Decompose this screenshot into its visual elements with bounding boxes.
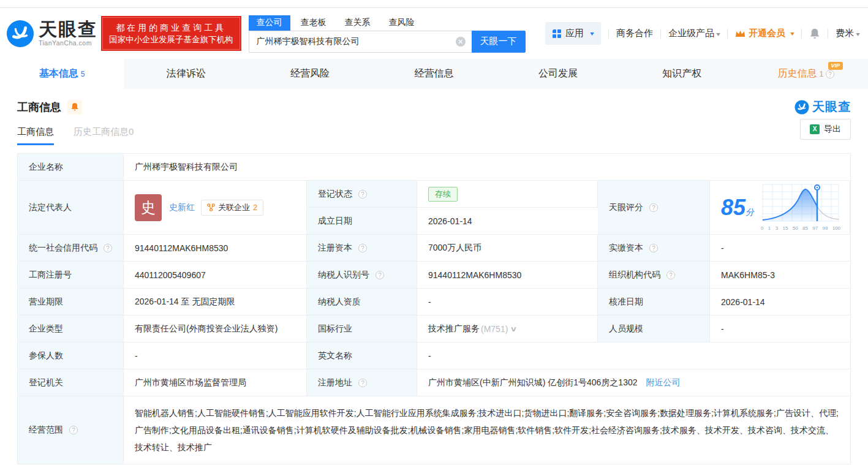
- section-title: 工商信息: [17, 100, 61, 115]
- insured-value: -: [124, 342, 307, 369]
- paid-capital-label: 实缴资本?: [598, 235, 710, 262]
- insured-label: 参保人数: [18, 342, 124, 369]
- chevron-down-icon: ▾: [716, 31, 720, 37]
- tab-history-info[interactable]: VIP 历史信息1 ?: [744, 59, 868, 89]
- business-scope-value: 智能机器人销售;人工智能硬件销售;人工智能应用软件开发;人工智能行业应用系统集成…: [124, 396, 850, 464]
- table-row: 法定代表人 史 史新红 关联企业 2 登记状态? 存续 天眼评分?: [18, 181, 850, 235]
- related-companies-badge[interactable]: 关联企业 2: [201, 200, 263, 216]
- network-icon: [207, 203, 215, 211]
- status-label: 登记状态?: [307, 181, 417, 208]
- help-icon[interactable]: ?: [376, 271, 384, 279]
- table-row: 参保人数 - 英文名称 -: [18, 342, 850, 369]
- subtab-business-registration[interactable]: 工商信息: [17, 126, 54, 145]
- table-row: 登记机关 广州市黄埔区市场监督管理局 注册地址? 广州市黄埔区(中新广州知识城)…: [18, 369, 850, 396]
- divider: [801, 29, 802, 39]
- watermark-logo: 天眼查: [794, 99, 851, 115]
- table-row: 工商注册号 440112005409607 纳税人识别号? 91440112MA…: [18, 262, 850, 289]
- help-icon[interactable]: ?: [649, 244, 658, 252]
- english-name-label: 英文名称: [307, 342, 417, 369]
- org-code-value: MAK6HM85-3: [710, 262, 850, 289]
- business-scope-label: 经营范围?: [18, 396, 124, 464]
- chevron-down-icon: ▾: [790, 30, 794, 37]
- approve-date-value: 2026-01-14: [710, 289, 850, 316]
- watermark-logo-icon: [794, 100, 809, 115]
- legal-rep-cell: 史 史新红 关联企业 2: [124, 181, 307, 235]
- credit-code-label: 统一社会信用代码?: [18, 235, 124, 262]
- tab-legal-litigation[interactable]: 法律诉讼: [124, 59, 247, 89]
- nav-cooperation[interactable]: 商务合作: [616, 28, 653, 39]
- help-icon[interactable]: ?: [358, 244, 367, 252]
- promo-banner: 都在用的商业查询工具 国家中小企业发展子基金旗下机构: [102, 17, 240, 50]
- reg-address-value: 广州市黄埔区(中新广州知识城) 亿创街1号406房之1302 附近公司: [417, 369, 850, 396]
- staff-size-label: 人员规模: [598, 316, 710, 342]
- tax-id-label: 纳税人识别号?: [307, 262, 417, 289]
- company-type-value: 有限责任公司(外商投资企业法人独资): [124, 316, 307, 342]
- search-tab-boss[interactable]: 查老板: [293, 15, 334, 31]
- subscribe-bell-icon[interactable]: [67, 100, 82, 115]
- nav-enterprise-products[interactable]: 企业级产品▾: [668, 28, 720, 39]
- established-value: 2026-01-14: [417, 208, 598, 235]
- reg-no-value: 440112005409607: [124, 262, 307, 289]
- tianyancha-logo[interactable]: 天眼查 TianYanCha.com: [6, 20, 97, 48]
- reg-capital-label: 注册资本?: [307, 235, 417, 262]
- reg-authority-value: 广州市黄埔区市场监督管理局: [124, 369, 307, 396]
- search-tab-company[interactable]: 查公司: [249, 15, 290, 31]
- industry-value[interactable]: 技术推广服务 (M751) ∨: [417, 316, 598, 342]
- industry-label: 国标行业: [307, 316, 417, 342]
- help-icon[interactable]: ?: [649, 203, 658, 212]
- help-icon[interactable]: ?: [69, 426, 78, 434]
- table-row: 企业类型 有限责任公司(外商投资企业法人独资) 国标行业 技术推广服务 (M75…: [18, 316, 850, 342]
- score-unit: 分: [745, 207, 754, 217]
- help-icon[interactable]: ?: [104, 244, 112, 252]
- established-label: 成立日期: [307, 208, 417, 235]
- status-value: 存续: [417, 181, 598, 208]
- approve-date-label: 核准日期: [598, 289, 710, 316]
- logo-domain-text: TianYanCha.com: [39, 39, 97, 47]
- clear-search-icon[interactable]: ✕: [456, 37, 466, 47]
- subtab-history-registration[interactable]: 历史工商信息0: [74, 126, 134, 145]
- export-button[interactable]: X 导出: [800, 119, 851, 140]
- help-icon[interactable]: ?: [666, 271, 675, 279]
- tab-business-info[interactable]: 经营信息: [372, 59, 496, 89]
- company-name-label: 企业名称: [18, 154, 124, 181]
- table-row: 经营范围? 智能机器人销售;人工智能硬件销售;人工智能应用软件开发;人工智能行业…: [18, 396, 850, 464]
- tab-intellectual-property[interactable]: 知识产权: [620, 59, 744, 89]
- main-tabbar: 基本信息5 法律诉讼 经营风险 经营信息 公司发展 知识产权 VIP 历史信息1…: [0, 59, 868, 89]
- nav-user-menu[interactable]: 费米▾: [836, 28, 859, 39]
- table-row: 企业名称 广州稀宇极智科技有限公司: [18, 154, 850, 181]
- help-icon[interactable]: ?: [358, 190, 367, 198]
- notification-bell-icon[interactable]: [809, 28, 820, 40]
- tax-quality-label: 纳税人资质: [307, 289, 417, 316]
- reg-authority-label: 登记机关: [18, 369, 124, 396]
- term-label: 营业期限: [18, 289, 124, 316]
- promo-line2: 国家中小企业发展子基金旗下机构: [109, 34, 233, 46]
- search-input[interactable]: [249, 31, 472, 53]
- tab-company-development[interactable]: 公司发展: [496, 59, 620, 89]
- status-badge: 存续: [428, 187, 458, 202]
- english-name-value: -: [417, 342, 850, 369]
- logo-brand-text: 天眼查: [39, 20, 97, 39]
- tab-basic-info[interactable]: 基本信息5: [0, 59, 124, 89]
- tianyancha-logo-icon: [6, 20, 34, 48]
- score-value: 85: [721, 195, 745, 220]
- score-distribution-chart: 0131550859799100: [760, 184, 841, 231]
- chevron-down-icon[interactable]: ∨: [510, 325, 518, 333]
- tab-operational-risk[interactable]: 经营风险: [248, 59, 372, 89]
- term-value: 2026-01-14 至 无固定期限: [124, 289, 307, 316]
- search-tab-risk[interactable]: 查风险: [381, 15, 423, 31]
- help-icon[interactable]: ?: [358, 379, 367, 387]
- avatar[interactable]: 史: [135, 194, 162, 221]
- apps-menu[interactable]: 应用 ▾: [545, 22, 601, 45]
- company-type-label: 企业类型: [18, 316, 124, 342]
- tax-quality-value: -: [417, 289, 598, 316]
- score-cell: 85分: [710, 181, 850, 235]
- paid-capital-value: -: [710, 235, 850, 262]
- vip-badge: VIP: [828, 62, 843, 70]
- section-header: 工商信息 天眼查: [0, 89, 868, 115]
- search-button[interactable]: 天眼一下: [472, 31, 526, 53]
- watermark-text: 天眼查: [812, 99, 851, 115]
- search-tab-relation[interactable]: 查关系: [337, 15, 379, 31]
- legal-rep-name-link[interactable]: 史新红: [169, 202, 195, 213]
- nearby-companies-link[interactable]: 附近公司: [646, 377, 681, 388]
- nav-open-vip[interactable]: 开通会员 ▾: [735, 28, 794, 39]
